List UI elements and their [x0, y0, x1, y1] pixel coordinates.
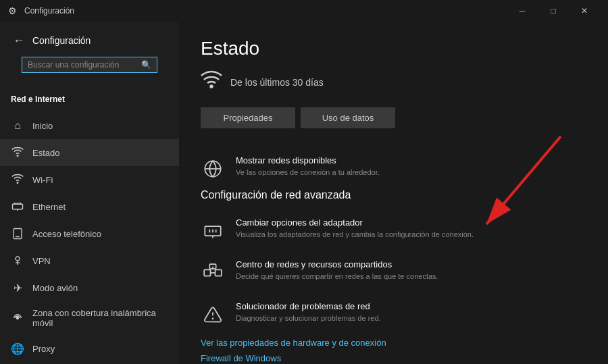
globe-icon	[201, 157, 225, 181]
available-networks-title: Mostrar redes disponibles	[236, 155, 586, 165]
search-icon[interactable]: 🔍	[141, 60, 151, 70]
svg-point-15	[211, 86, 213, 88]
airplane-icon: ✈	[11, 281, 24, 294]
search-box[interactable]: 🔍	[22, 57, 157, 73]
close-button[interactable]: ✕	[569, 0, 600, 22]
warning-icon	[201, 303, 225, 327]
adapter-item[interactable]: Cambiar opciones del adaptador Visualiza…	[201, 209, 586, 251]
sidebar-item-modo-avion-label: Modo avión	[32, 283, 78, 293]
minimize-button[interactable]: ─	[507, 0, 538, 22]
sidebar-item-wifi-label: Wi-Fi	[32, 175, 53, 185]
available-networks-text: Mostrar redes disponibles Ve las opcione…	[236, 155, 586, 178]
sidebar-item-proxy-label: Proxy	[32, 344, 55, 354]
sidebar-item-zona[interactable]: Zona con cobertura inalámbrica móvil	[0, 301, 179, 335]
sidebar-item-zona-label: Zona con cobertura inalámbrica móvil	[32, 308, 168, 328]
window-controls: ─ □ ✕	[507, 0, 600, 22]
search-input[interactable]	[28, 60, 141, 70]
propiedades-button[interactable]: Propiedades	[201, 107, 295, 128]
link-hardware[interactable]: Ver las propiedades de hardware y de con…	[201, 335, 586, 350]
svg-point-28	[212, 318, 213, 319]
connection-text: De los últimos 30 días	[230, 77, 324, 88]
solucionador-item[interactable]: Solucionador de problemas de red Diagnos…	[201, 293, 586, 335]
sidebar-item-modo-avion[interactable]: ✈ Modo avión	[0, 274, 179, 301]
svg-rect-23	[216, 269, 222, 276]
sidebar-item-acceso-label: Acceso telefónico	[32, 229, 101, 239]
link-firewall[interactable]: Firewall de Windows	[201, 350, 586, 364]
sidebar-item-vpn-label: VPN	[32, 256, 51, 266]
solucionador-text: Solucionador de problemas de red Diagnos…	[236, 301, 586, 323]
wifi-status-icon	[201, 70, 222, 94]
sidebar-header: ← Configuración 🔍	[0, 22, 179, 89]
sidebar-item-proxy[interactable]: 🌐 Proxy	[0, 335, 179, 362]
uso-datos-button[interactable]: Uso de datos	[301, 107, 395, 128]
sidebar: ← Configuración 🔍 Red e Internet ⌂ Inici…	[0, 22, 179, 364]
available-networks-desc: Ve las opciones de conexión a tu alreded…	[236, 167, 586, 178]
connection-status: De los últimos 30 días	[201, 70, 586, 94]
ethernet-icon	[11, 200, 24, 213]
wifi-icon	[11, 173, 24, 186]
hotspot-icon	[11, 311, 24, 325]
proxy-icon: 🌐	[11, 342, 24, 355]
svg-point-14	[17, 317, 19, 319]
svg-rect-22	[204, 269, 210, 276]
sidebar-item-estado-label: Estado	[32, 148, 59, 158]
centro-text: Centro de redes y recursos compartidos D…	[236, 259, 586, 282]
sidebar-item-vpn[interactable]: VPN	[0, 247, 179, 274]
solucionador-title: Solucionador de problemas de red	[236, 301, 586, 311]
app-icon: ⚙	[8, 5, 19, 16]
sidebar-item-inicio[interactable]: ⌂ Inicio	[0, 112, 179, 139]
back-nav[interactable]: ← Configuración	[11, 32, 168, 49]
sidebar-item-estado[interactable]: Estado	[0, 139, 179, 166]
adapter-icon	[201, 219, 225, 243]
centro-desc: Decide qué quieres compartir en redes a …	[236, 271, 586, 282]
available-networks-item[interactable]: Mostrar redes disponibles Ve las opcione…	[201, 147, 586, 189]
app-body: ← Configuración 🔍 Red e Internet ⌂ Inici…	[0, 22, 608, 364]
sidebar-item-wifi[interactable]: Wi-Fi	[0, 166, 179, 193]
phone-icon	[11, 227, 24, 240]
window-title: Configuración	[24, 6, 507, 16]
sidebar-item-acceso[interactable]: Acceso telefónico	[0, 220, 179, 247]
centro-title: Centro de redes y recursos compartidos	[236, 259, 586, 269]
sidebar-section-label: Red e Internet	[0, 89, 179, 109]
sidebar-app-title: Configuración	[32, 35, 91, 46]
adapter-text: Cambiar opciones del adaptador Visualiza…	[236, 217, 586, 240]
adapter-title: Cambiar opciones del adaptador	[236, 217, 586, 228]
sidebar-item-ethernet[interactable]: Ethernet	[0, 193, 179, 220]
vpn-icon	[11, 254, 24, 267]
back-arrow-icon: ←	[11, 32, 27, 49]
maximize-button[interactable]: □	[538, 0, 569, 22]
svg-point-11	[16, 257, 20, 261]
sidebar-item-inicio-label: Inicio	[32, 121, 53, 131]
titlebar: ⚙ Configuración ─ □ ✕	[0, 0, 608, 22]
svg-rect-9	[14, 229, 22, 239]
status-icon	[11, 146, 24, 159]
home-icon: ⌂	[11, 119, 24, 132]
svg-rect-2	[13, 204, 23, 209]
advanced-section-heading: Configuración de red avanzada	[201, 189, 586, 201]
svg-point-1	[17, 182, 18, 184]
main-content: Estado De los últimos 30 días Propiedade…	[179, 22, 608, 364]
sidebar-item-ethernet-label: Ethernet	[32, 202, 66, 212]
action-buttons: Propiedades Uso de datos	[201, 107, 586, 128]
page-title: Estado	[201, 38, 586, 59]
svg-point-0	[17, 155, 18, 157]
solucionador-desc: Diagnosticar y solucionar problemas de r…	[236, 313, 586, 323]
centro-item[interactable]: Centro de redes y recursos compartidos D…	[201, 251, 586, 293]
adapter-desc: Visualiza los adaptadores de red y cambi…	[236, 230, 586, 240]
network-center-icon	[201, 261, 225, 285]
